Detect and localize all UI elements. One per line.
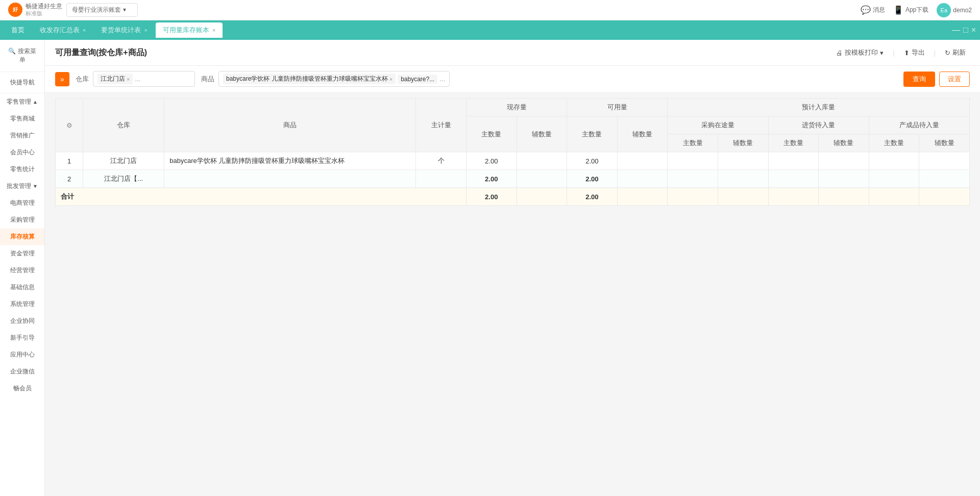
content-area: 可用量查询(按仓库+商品) 🖨 按模板打印 ▾ | ⬆ 导出 | ↻ 刷新 (45, 40, 980, 496)
minimize-btn[interactable]: — (952, 26, 960, 35)
row1-inc-aux (819, 152, 869, 170)
tab-order-label: 要货单统计表 (101, 26, 141, 35)
summary-inc-main (768, 188, 819, 206)
product-tag-1-value: babycare学饮杯 儿童防摔防撞吸管杯重力球吸嘴杯宝宝水杯 (226, 75, 388, 83)
row1-inc-main (768, 152, 819, 170)
sidebar-item-operations[interactable]: 经营管理 (0, 262, 44, 279)
sep1: | (893, 49, 894, 57)
product-tag-2-value: babycare?... (401, 76, 434, 83)
warehouse-input[interactable]: 江北门店 × ... (93, 71, 195, 87)
sidebar-item-basic-info-label: 基础信息 (10, 284, 35, 291)
sidebar-item-wholesale-mgmt[interactable]: 批发管理 ▼ (0, 178, 44, 195)
page-header: 可用量查询(按仓库+商品) 🖨 按模板打印 ▾ | ⬆ 导出 | ↻ 刷新 (45, 40, 980, 66)
product-input[interactable]: babycare学饮杯 儿童防摔防撞吸管杯重力球吸嘴杯宝宝水杯 × babyca… (218, 71, 450, 87)
sidebar-item-new-guide-label: 新手引导 (10, 334, 35, 341)
row2-index: 2 (56, 170, 83, 188)
sidebar-item-ecommerce[interactable]: 电商管理 (0, 195, 44, 211)
sidebar-item-purchase[interactable]: 采购管理 (0, 211, 44, 228)
sidebar-item-member-label: 畅会员 (13, 385, 32, 392)
refresh-btn[interactable]: ↻ 刷新 (941, 46, 970, 59)
sidebar: 🔍 搜索菜单 快捷导航 零售管理 ▲ 零售商城 营销推广 会员中心 零售统计 批… (0, 40, 45, 496)
sidebar-item-system[interactable]: 系统管理 (0, 296, 44, 313)
industry-selector[interactable]: 母婴行业演示账套 ▾ (66, 3, 138, 17)
warehouse-tag-close[interactable]: × (127, 76, 130, 82)
refresh-label: 刷新 (952, 48, 966, 57)
tab-available-close[interactable]: × (212, 27, 215, 33)
th-product: 商品 (164, 99, 416, 152)
row1-warehouse: 江北门店 (83, 152, 164, 170)
product-tag-1-close[interactable]: × (389, 76, 393, 82)
data-table: ⚙ 仓库 商品 主计量 现存量 可用量 预计入库量 主数量 辅数量 主数量 辅数… (55, 98, 970, 206)
th-stock-aux: 辅数量 (517, 116, 567, 152)
warehouse-tag: 江北门店 × (97, 74, 133, 84)
search-menu-label: 搜索菜单 (18, 48, 36, 63)
th-incoming: 进货待入量 (768, 116, 869, 134)
th-pur-transit-main: 主数量 (668, 134, 718, 152)
tab-receive[interactable]: 收发存汇总表 × (33, 22, 93, 38)
row1-prod-aux (919, 152, 970, 170)
warehouse-tag-value: 江北门店 (101, 75, 125, 83)
sidebar-item-inventory[interactable]: 库存核算 (0, 228, 44, 245)
warehouse-ellipsis[interactable]: ... (135, 75, 140, 83)
product-label: 商品 (201, 75, 214, 84)
setting-btn[interactable]: 设置 (939, 72, 970, 87)
logo-text-group: 畅捷通好生意 标准版 (26, 3, 62, 17)
row2-unit (416, 170, 467, 188)
sidebar-item-system-label: 系统管理 (10, 300, 35, 308)
query-btn[interactable]: 查询 (903, 72, 935, 87)
sidebar-search-area: 🔍 搜索菜单 (0, 40, 44, 72)
summary-stock-main: 2.00 (466, 188, 517, 206)
tab-order[interactable]: 要货单统计表 × (94, 22, 154, 38)
th-avail-aux: 辅数量 (617, 116, 668, 152)
tab-receive-close[interactable]: × (83, 27, 86, 33)
sidebar-item-finance[interactable]: 资金管理 (0, 245, 44, 262)
sidebar-item-retail-mgmt[interactable]: 零售管理 ▲ (0, 93, 44, 110)
settings-icon[interactable]: ⚙ (66, 122, 72, 129)
app-icon: 📱 (893, 5, 903, 15)
product-tag-2: babycare?... (398, 75, 437, 84)
sidebar-item-member-center[interactable]: 会员中心 (0, 144, 44, 161)
close-window-btn[interactable]: × (971, 26, 976, 35)
quick-nav-label: 快捷导航 (10, 79, 35, 86)
table-row: 2 江北门店【... 2.00 2.00 (56, 170, 970, 188)
sidebar-item-app-center[interactable]: 应用中心 (0, 346, 44, 363)
warehouse-label: 仓库 (76, 75, 89, 84)
sidebar-item-retail-stats[interactable]: 零售统计 (0, 161, 44, 178)
window-controls: — □ × (952, 26, 976, 35)
product-ellipsis[interactable]: ... (439, 75, 445, 83)
tab-order-close[interactable]: × (144, 27, 147, 33)
page-title: 可用量查询(按仓库+商品) (55, 48, 147, 58)
th-product-pending: 产成品待入量 (869, 116, 969, 134)
logo-sub: 标准版 (26, 10, 62, 17)
sidebar-item-enterprise[interactable]: 企业协同 (0, 313, 44, 329)
template-print-btn[interactable]: 🖨 按模板打印 ▾ (832, 46, 888, 59)
sidebar-item-inventory-label: 库存核算 (10, 233, 35, 240)
summary-pur-main (668, 188, 718, 206)
table-area: ⚙ 仓库 商品 主计量 现存量 可用量 预计入库量 主数量 辅数量 主数量 辅数… (45, 92, 980, 496)
tab-home[interactable]: 首页 (4, 22, 32, 38)
th-settings[interactable]: ⚙ (56, 99, 83, 152)
user-profile-btn[interactable]: Ea demo2 (937, 3, 972, 17)
row1-avail-main: 2.00 (567, 152, 618, 170)
chevron-down-icon-2: ▾ (880, 49, 884, 57)
tab-home-label: 首页 (11, 26, 24, 35)
sidebar-item-marketing[interactable]: 营销推广 (0, 127, 44, 144)
sidebar-item-retail-mall[interactable]: 零售商城 (0, 110, 44, 127)
export-btn[interactable]: ⬆ 导出 (900, 46, 929, 59)
sidebar-item-new-guide[interactable]: 新手引导 (0, 329, 44, 346)
tab-available[interactable]: 可用量库存账本 × (156, 22, 223, 38)
sidebar-item-basic-info[interactable]: 基础信息 (0, 279, 44, 296)
industry-label: 母婴行业演示账套 (72, 6, 121, 14)
sidebar-item-wechat[interactable]: 企业微信 (0, 363, 44, 380)
sidebar-item-operations-label: 经营管理 (10, 267, 35, 274)
tab-receive-label: 收发存汇总表 (40, 26, 80, 35)
sidebar-item-member[interactable]: 畅会员 (0, 380, 44, 397)
search-menu-btn[interactable]: 🔍 搜索菜单 (4, 45, 40, 66)
maximize-btn[interactable]: □ (963, 26, 968, 35)
sidebar-item-quick-nav[interactable]: 快捷导航 (0, 74, 44, 91)
filter-toggle-btn[interactable]: » (55, 72, 69, 86)
app-download-btn[interactable]: 📱 App下载 (893, 5, 928, 15)
row2-product (164, 170, 416, 188)
message-btn[interactable]: 💬 消息 (861, 5, 885, 15)
sep2: | (934, 49, 936, 57)
